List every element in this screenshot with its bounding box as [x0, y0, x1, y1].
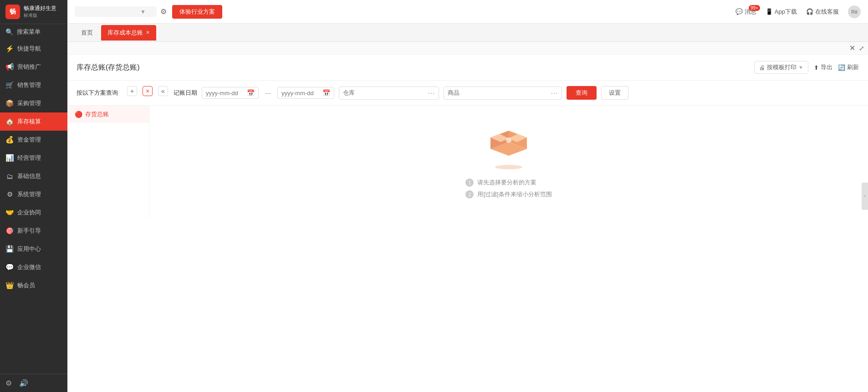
- online-service-action[interactable]: 🎧 在线客服: [806, 8, 839, 16]
- sidebar-item-finance[interactable]: 💰 资金管理: [0, 131, 67, 149]
- expand-icon[interactable]: ⤢: [859, 45, 864, 52]
- app-logo: 畅 畅康通好生意 标准版: [0, 0, 67, 24]
- guide-icon: 🎯: [5, 227, 14, 235]
- hint-number-1: 1: [465, 178, 474, 187]
- sidebar-item-purchase[interactable]: 📦 采购管理: [0, 94, 67, 112]
- sidebar-item-system[interactable]: ⚙ 系统管理: [0, 185, 67, 204]
- date-from-field[interactable]: [206, 90, 247, 97]
- scheme-icon: 🔴: [75, 111, 82, 118]
- sidebar-item-sales[interactable]: 🛒 销售管理: [0, 76, 67, 94]
- sidebar-nav: ⚡ 快捷导航 📢 营销推广 🛒 销售管理 📦 采购管理 🏠 库存核算 💰 资金管…: [0, 40, 67, 374]
- sidebar-item-quick-nav[interactable]: ⚡ 快捷导航: [0, 40, 67, 58]
- search-label: 搜索菜单: [17, 28, 41, 36]
- filter-collapse-button[interactable]: «: [158, 86, 168, 96]
- sidebar-search[interactable]: 🔍 搜索菜单: [0, 24, 67, 40]
- sidebar-item-marketing[interactable]: 📢 营销推广: [0, 58, 67, 76]
- date-from-input[interactable]: 📅: [202, 87, 259, 99]
- gear-icon[interactable]: ⚙: [160, 7, 167, 16]
- date-to-field[interactable]: [281, 90, 322, 97]
- sidebar-item-guide[interactable]: 🎯 新手引导: [0, 222, 67, 240]
- sidebar: 畅 畅康通好生意 标准版 🔍 搜索菜单 ⚡ 快捷导航 📢 营销推广 🛒 销售管理…: [0, 0, 67, 392]
- main-area: ▼ ⚙ 体验行业方案 💬 消息 99+ 📱 App下载 🎧 在线客服 Rit: [67, 0, 868, 392]
- print-button[interactable]: 🖨 按模板打印 ▼: [754, 61, 808, 74]
- chevron-down-icon[interactable]: ▼: [798, 65, 803, 70]
- search-input[interactable]: [79, 8, 138, 15]
- tab-home-label: 首页: [81, 29, 93, 37]
- sidebar-item-label: 企业微信: [17, 263, 62, 271]
- search-area[interactable]: ▼: [75, 6, 157, 17]
- chevron-down-icon[interactable]: ▼: [140, 9, 146, 15]
- refresh-label: 刷新: [847, 63, 859, 71]
- user-profile[interactable]: Rit: [848, 5, 861, 18]
- print-label: 按模板打印: [767, 63, 797, 71]
- sidebar-item-label: 企业协同: [17, 209, 62, 217]
- app-download-label: App下载: [775, 8, 797, 16]
- scheme-item-inventory-ledger[interactable]: 🔴 存货总账: [67, 106, 149, 123]
- purchase-icon: 📦: [5, 99, 14, 107]
- speaker-icon[interactable]: 🔊: [19, 379, 28, 387]
- app-badge: 标准版: [24, 12, 56, 19]
- warehouse-selector[interactable]: 仓库 ⋯: [339, 87, 439, 100]
- settings-icon[interactable]: ⚙: [5, 379, 12, 387]
- sidebar-item-membership[interactable]: 👑 畅会员: [0, 276, 67, 295]
- filter-add-button[interactable]: +: [127, 86, 137, 96]
- export-button[interactable]: ⬆ 导出: [814, 63, 832, 71]
- product-label: 商品: [448, 89, 551, 97]
- tab-home[interactable]: 首页: [75, 25, 99, 41]
- content-topbar: ✕ ⤢: [67, 42, 868, 55]
- filter-remove-button[interactable]: ×: [143, 86, 153, 96]
- hint-item-1: 1 请先选择要分析的方案: [465, 177, 551, 188]
- refresh-button[interactable]: 🔄 刷新: [838, 63, 859, 71]
- svg-point-0: [495, 165, 522, 169]
- empty-hints: 1 请先选择要分析的方案 2 用[过滤]条件来缩小分析范围: [465, 177, 551, 200]
- warehouse-label: 仓库: [343, 89, 428, 97]
- sidebar-item-basic[interactable]: 🗂 基础信息: [0, 167, 67, 185]
- edge-icon: ‹: [863, 195, 868, 197]
- phone-icon: 📱: [766, 8, 773, 15]
- online-service-label: 在线客服: [815, 8, 839, 16]
- scheme-panel: 🔴 存货总账: [67, 106, 149, 219]
- app-download-action[interactable]: 📱 App下载: [766, 8, 797, 16]
- logo-icon: 畅: [5, 5, 20, 19]
- sidebar-item-appstore[interactable]: 💾 应用中心: [0, 240, 67, 258]
- calendar-icon[interactable]: 📅: [322, 89, 330, 97]
- right-edge-tab[interactable]: ‹: [862, 183, 868, 210]
- settings-button[interactable]: 设置: [601, 86, 628, 100]
- query-button[interactable]: 查询: [567, 86, 597, 100]
- quick-nav-icon: ⚡: [5, 45, 14, 53]
- content-area: 库存总账(存货总账) 🖨 按模板打印 ▼ ⬆ 导出 🔄 刷新 按以下方案查询: [67, 55, 868, 392]
- finance-icon: 💰: [5, 136, 14, 144]
- sales-icon: 🛒: [5, 81, 14, 89]
- trial-button[interactable]: 体验行业方案: [172, 5, 222, 19]
- sidebar-item-label: 经营管理: [17, 154, 62, 162]
- sidebar-item-inventory[interactable]: 🏠 库存核算: [0, 112, 67, 131]
- message-action[interactable]: 💬 消息 99+: [735, 8, 756, 16]
- close-button[interactable]: ✕: [849, 44, 855, 52]
- sidebar-item-label: 资金管理: [17, 136, 62, 144]
- close-icon[interactable]: ✕: [146, 30, 150, 36]
- topbar: ▼ ⚙ 体验行业方案 💬 消息 99+ 📱 App下载 🎧 在线客服 Rit: [67, 0, 868, 24]
- sidebar-item-enterprise[interactable]: 🤝 企业协同: [0, 204, 67, 222]
- more-icon[interactable]: ⋯: [428, 89, 435, 97]
- hint-text-1: 请先选择要分析的方案: [477, 177, 536, 188]
- more-icon[interactable]: ⋯: [551, 89, 558, 97]
- date-to-input[interactable]: 📅: [277, 87, 334, 99]
- empty-state: 1 请先选择要分析的方案 2 用[过滤]条件来缩小分析范围: [465, 124, 551, 200]
- membership-icon: 👑: [5, 281, 14, 290]
- export-icon: ⬆: [814, 64, 819, 71]
- search-icon: 🔍: [5, 28, 13, 36]
- sidebar-item-wechat[interactable]: 💬 企业微信: [0, 258, 67, 276]
- inventory-icon: 🏠: [5, 117, 14, 126]
- product-selector[interactable]: 商品 ⋯: [444, 87, 562, 100]
- topbar-right: 💬 消息 99+ 📱 App下载 🎧 在线客服 Rit: [735, 5, 861, 18]
- tab-inventory-ledger[interactable]: 库存成本总账 ✕: [101, 25, 156, 41]
- refresh-icon: 🔄: [838, 64, 845, 71]
- sidebar-footer: ⚙ 🔊: [0, 374, 67, 392]
- sidebar-item-label: 新手引导: [17, 227, 62, 235]
- sidebar-item-operation[interactable]: 📊 经营管理: [0, 149, 67, 167]
- page-header: 库存总账(存货总账) 🖨 按模板打印 ▼ ⬆ 导出 🔄 刷新: [67, 55, 868, 81]
- printer-icon: 🖨: [759, 64, 765, 71]
- calendar-icon[interactable]: 📅: [247, 89, 255, 97]
- sidebar-item-label: 基础信息: [17, 172, 62, 180]
- sidebar-item-label: 系统管理: [17, 190, 62, 199]
